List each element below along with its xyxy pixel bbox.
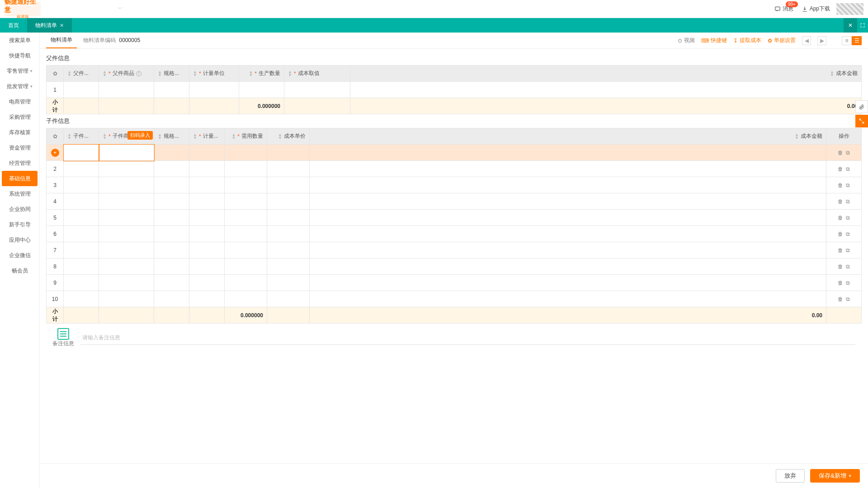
remark-icon-group: 备注信息 [52,328,74,347]
discard-button[interactable]: 放弃 [776,469,805,483]
expand-panel-button[interactable] [855,115,868,127]
view-list-button[interactable]: ≡ [842,36,852,45]
row-number: 1 [47,82,64,98]
child-row[interactable]: 4🗑⧉ [47,193,862,210]
sidebar-item[interactable]: 应用中心 [0,232,39,248]
delete-row-icon[interactable]: 🗑 [838,182,843,188]
messages-link[interactable]: 消息 99+ [774,5,793,13]
delete-row-icon[interactable]: 🗑 [838,231,843,237]
parent-col-product[interactable]: ▲▼*父件商品? [99,66,154,82]
copy-row-icon[interactable]: ⧉ [846,182,850,188]
copy-row-icon[interactable]: ⧉ [846,263,850,270]
sidebar-item[interactable]: 企业协同 [0,202,39,217]
copy-row-icon[interactable]: ⧉ [846,280,850,286]
chevron-down-icon[interactable]: ▾ [849,474,851,478]
sidebar-item[interactable]: 快捷导航 [0,48,39,63]
save-and-new-button[interactable]: 保存&新增▾ [810,469,860,483]
fullscreen-icon[interactable] [857,18,868,33]
user-avatar[interactable] [836,3,863,15]
sidebar-item[interactable]: 资金管理 [0,140,39,155]
child-row[interactable]: 2🗑⧉ [47,161,862,177]
download-icon [802,6,808,12]
sidebar-item[interactable]: 基础信息 [2,171,38,186]
copy-row-icon[interactable]: ⧉ [846,215,850,221]
child-col-qty[interactable]: ▲▼*需用数量 [225,128,267,145]
row-number: 3 [47,177,64,193]
close-icon[interactable]: ✕ [60,23,64,28]
child-row[interactable]: 5🗑⧉ [47,210,862,226]
copy-row-icon[interactable]: ⧉ [846,231,850,237]
parent-col-cost-src[interactable]: ▲▼*成本取值 [284,66,350,82]
sidebar-item[interactable]: 经营管理 [0,155,39,171]
child-row[interactable]: 3🗑⧉ [47,177,862,193]
child-row[interactable]: 9🗑⧉ [47,275,862,291]
app-download-link[interactable]: App下载 [802,5,830,13]
add-row-button[interactable]: + [51,149,59,157]
parent-col-gear[interactable]: ✿ [47,66,64,82]
child-row[interactable]: +🗑⧉ [47,145,862,161]
copy-row-icon[interactable]: ⧉ [846,247,850,253]
parent-col-code[interactable]: ▲▼父件... [64,66,99,82]
child-col-cost-amt[interactable]: ▲▼成本金额 [310,128,826,145]
bom-code-value: 0000005 [119,37,140,43]
parent-col-spec[interactable]: ▲▼规格... [154,66,189,82]
remark-label: 备注信息 [52,340,74,347]
child-row[interactable]: 6🗑⧉ [47,226,862,242]
delete-row-icon[interactable]: 🗑 [838,296,843,302]
row-number: 9 [47,275,64,291]
shortcut-link[interactable]: ⌨快捷键 [701,37,727,44]
child-col-spec[interactable]: ▲▼规格... [154,128,189,145]
sidebar-item[interactable]: 系统管理 [0,186,39,202]
sidebar-item[interactable]: 批发管理▾ [0,79,39,94]
delete-row-icon[interactable]: 🗑 [838,198,843,205]
extract-cost-link[interactable]: ↧提取成本 [733,37,761,44]
tab-bar-close-button[interactable]: ✕ [844,18,857,33]
sidebar-item[interactable]: 电商管理 [0,94,39,109]
view-form-button[interactable]: ☰ [852,36,862,45]
child-col-gear[interactable]: ✿ [47,128,64,145]
child-row[interactable]: 8🗑⧉ [47,258,862,275]
attachment-button[interactable] [855,100,868,113]
child-col-unit[interactable]: ▲▼*计量... [189,128,225,145]
view-toggle: ≡ ☰ [842,36,862,45]
logo-text: 畅捷通好生意 [5,0,41,14]
help-icon[interactable]: ? [136,71,142,76]
next-record-button[interactable]: ▶ [817,36,826,45]
copy-row-icon[interactable]: ⧉ [846,198,850,205]
parent-col-cost-amt[interactable]: ▲▼成本金额 [350,66,862,82]
remark-input[interactable] [80,331,855,345]
parent-subtotal-qty: 0.000000 [239,98,284,114]
copy-row-icon[interactable]: ⧉ [846,150,850,156]
sidebar-item[interactable]: 库存核算 [0,125,39,140]
sidebar-item[interactable]: 新手引导 [0,217,39,232]
sheet-settings-link[interactable]: ✿单据设置 [768,37,796,44]
tab-home[interactable]: 首页 [0,18,27,33]
video-link[interactable]: ⊙视频 [678,37,695,44]
sidebar-item[interactable]: 畅会员 [0,263,39,278]
sidebar-item[interactable]: 搜索菜单 [0,33,39,48]
company-selector[interactable]: ﹀ [50,3,127,15]
child-row[interactable]: 10🗑⧉ [47,291,862,307]
sidebar-item[interactable]: 采购管理 [0,109,39,125]
delete-row-icon[interactable]: 🗑 [838,280,843,286]
delete-row-icon[interactable]: 🗑 [838,166,843,172]
parent-row[interactable]: 1 [47,82,862,98]
delete-row-icon[interactable]: 🗑 [838,263,843,270]
tab-material-list[interactable]: 物料清单 ✕ [27,18,72,33]
delete-row-icon[interactable]: 🗑 [838,247,843,253]
parent-col-unit[interactable]: ▲▼*计量单位 [189,66,239,82]
child-col-price[interactable]: ▲▼成本单价 [267,128,310,145]
subtab-material-list[interactable]: 物料清单 [46,33,77,48]
child-col-product[interactable]: ▲▼*子件商...扫码录入 [99,128,154,145]
prev-record-button[interactable]: ◀ [802,36,811,45]
sidebar-item[interactable]: 零售管理▾ [0,63,39,79]
scan-entry-badge[interactable]: 扫码录入 [127,131,153,140]
copy-row-icon[interactable]: ⧉ [846,166,850,172]
delete-row-icon[interactable]: 🗑 [838,150,843,156]
child-row[interactable]: 7🗑⧉ [47,242,862,258]
copy-row-icon[interactable]: ⧉ [846,296,850,302]
delete-row-icon[interactable]: 🗑 [838,215,843,221]
child-col-code[interactable]: ▲▼子件... [64,128,99,145]
parent-col-qty[interactable]: ▲▼*生产数量 [239,66,284,82]
sidebar-item[interactable]: 企业微信 [0,248,39,263]
